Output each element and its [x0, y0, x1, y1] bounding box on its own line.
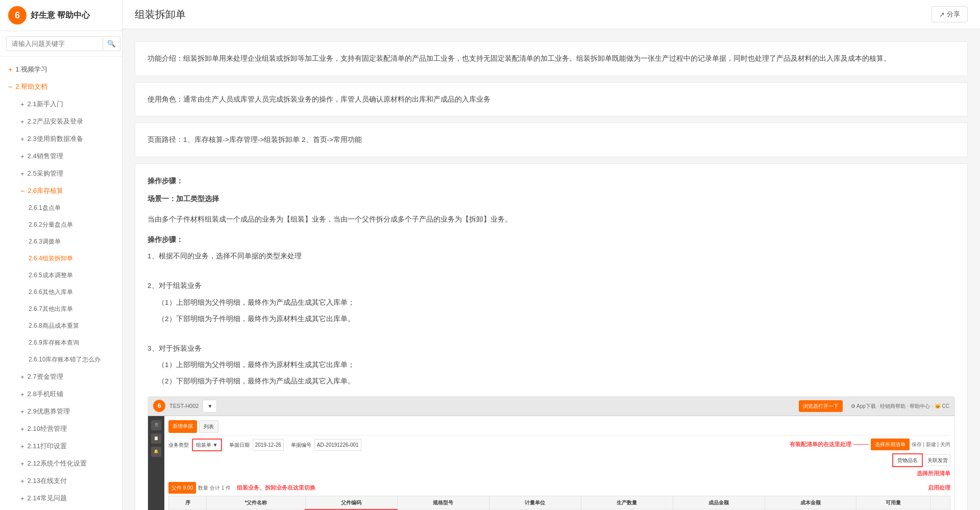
- topbar: 组装拆卸单 ↗ 分享: [122, 0, 980, 29]
- sidebar-item-inventory[interactable]: − 2.6库存核算: [0, 182, 122, 200]
- search-input[interactable]: [6, 36, 103, 51]
- mock-qty-labels: 数量 合计 1 件: [198, 483, 231, 493]
- mock-app-main: 新增单据 列表 业务类型 组装单 ▼ 单据日期 2019-12-26 单据编号: [164, 416, 954, 510]
- scene-desc-block: 当由多个子件材料组装成一个成品的业务为【组装】业务，当由一个父件拆分成多个子产品…: [148, 213, 955, 226]
- ops-heading: 操作步骤：: [148, 174, 955, 188]
- scene-desc: 当由多个子件材料组装成一个成品的业务为【组装】业务，当由一个父件拆分成多个子产品…: [148, 213, 955, 226]
- share-button[interactable]: ↗ 分享: [932, 6, 968, 22]
- mock-business-type-box: 组装单 ▼: [192, 439, 222, 451]
- scene-heading: 场景一：加工类型选择: [148, 193, 955, 205]
- sidebar-item-online-pay[interactable]: + 2.13在线支付: [0, 472, 122, 490]
- mock-parent-section: 父件 9.00: [168, 482, 196, 494]
- annotation-2: 选择所用清单: [917, 468, 950, 479]
- sidebar-item-assembly[interactable]: 2.6.4组装拆卸单: [0, 250, 122, 267]
- sidebar-item-mobile[interactable]: + 2.8手机旺铺: [0, 385, 122, 403]
- app-name: 好生意 帮助中心: [31, 10, 90, 21]
- operations-section: 操作步骤： 场景一：加工类型选择 当由多个子件材料组装成一个成品的业务为【组装】…: [135, 163, 968, 510]
- expand-icon-sm3: +: [20, 391, 24, 398]
- step2-1: （1）上部明细为父件明细，最终作为产成品生成其它入库单；: [148, 297, 955, 309]
- sidebar-item-cost-recalc[interactable]: 2.6.8商品成本重算: [0, 318, 122, 334]
- sidebar-item-purchase[interactable]: + 2.5采购管理: [0, 165, 122, 182]
- sidebar-item-cases[interactable]: + 2.15操作案例: [0, 507, 122, 510]
- mock-th-1: 序: [169, 496, 207, 509]
- expand-icon-sm5: +: [20, 425, 24, 433]
- collapse-icon-sm: −: [20, 187, 24, 195]
- mock-doc-no: AD-20191226-001: [314, 439, 361, 451]
- mock-date: 2019-12-26: [253, 439, 284, 451]
- annotation-1: 有装配清单的在这里处理: [790, 439, 851, 450]
- sidebar-item-personalize[interactable]: + 2.12系统个性化设置: [0, 455, 122, 472]
- main-content: 组装拆卸单 ↗ 分享 功能介绍：组装拆卸单用来处理企业组装或拆卸等加工业务，支持…: [122, 0, 980, 510]
- sidebar-item-other-in[interactable]: 2.6.6其他入库单: [0, 284, 122, 301]
- expand-icon-sm: +: [20, 118, 24, 126]
- scene-heading-block: 场景一：加工类型选择: [148, 193, 955, 205]
- sidebar-item-capital[interactable]: + 2.7资金管理: [0, 368, 122, 385]
- sidebar-item-install[interactable]: + 2.2产品安装及登录: [0, 113, 122, 130]
- expand-icon-sm7: +: [20, 460, 24, 468]
- mock-action-btns: 保存 | 新建 | 关闭: [912, 440, 950, 449]
- mock-form-label3: 单据编号: [291, 440, 311, 450]
- mock-th-7: 成品金额: [673, 496, 765, 509]
- sidebar-item-other-out[interactable]: 2.6.7其他出库单: [0, 301, 122, 318]
- collapse-icon: −: [8, 83, 12, 91]
- search-box: 🔍: [0, 31, 122, 57]
- expand-icon-sm9: +: [20, 495, 24, 502]
- nav-tree: + 1.视频学习 − 2.帮助文档 + 2.1新手入门 + 2.2产品安装及登录…: [0, 57, 122, 510]
- sidebar-header: 6 好生意 帮助中心: [0, 0, 122, 31]
- mock-icons: ⚙ App下载 · 经销商帮助 · 帮助中心 · 🐱 CC: [851, 401, 949, 411]
- sidebar-item-inventory-query[interactable]: 2.6.9库存账本查询: [0, 334, 122, 351]
- sidebar-item-transfer[interactable]: 2.6.3调拨单: [0, 233, 122, 250]
- mock-th-10: [930, 496, 950, 509]
- page-title: 组装拆卸单: [135, 8, 186, 21]
- mock-th-9: 可用量: [856, 496, 930, 509]
- sidebar-item-cost-adjust[interactable]: 2.6.5成本调整单: [0, 267, 122, 284]
- app-logo: 6: [8, 6, 27, 25]
- path-block: 页面路径：1、库存核算->库存管理->组装拆卸单 2、首页->常用功能: [135, 123, 968, 157]
- intro-block-2: 使用角色：通常由生产人员或库管人员完成拆装业务的操作，库管人员确认原材料的出库和…: [135, 82, 968, 117]
- sidebar-item-beginner[interactable]: + 2.1新手入门: [0, 95, 122, 113]
- screenshot-mockup: 6 TEST-H002 ▼ 浏览器打开一下 ⚙ App下载 · 经销商帮助 · …: [148, 396, 955, 510]
- mock-th-3: 父件编码: [305, 496, 397, 509]
- sidebar: 6 好生意 帮助中心 🔍 + 1.视频学习 − 2.帮助文档 + 2.1新手入门…: [0, 0, 122, 510]
- sidebar-item-faq[interactable]: + 2.14常见问题: [0, 490, 122, 507]
- expand-icon-sm: +: [20, 135, 24, 143]
- mock-th-2: *父件名称: [207, 496, 306, 509]
- mock-confirm-btn: 关联发货: [925, 454, 950, 466]
- sidebar-item-stocktake[interactable]: 2.6.1盘点单: [0, 200, 122, 216]
- content-area: 功能介绍：组装拆卸单用来处理企业组装或拆卸等加工业务，支持有固定装配清单的产品加…: [122, 29, 980, 510]
- expand-icon-sm6: +: [20, 443, 24, 450]
- annotation-3: 组装业务、拆卸业务在这里切换: [237, 482, 315, 493]
- sidebar-item-print[interactable]: + 2.11打印设置: [0, 438, 122, 455]
- step2-heading: 2、对于组装业务: [148, 280, 955, 292]
- sidebar-item-partial-stocktake[interactable]: 2.6.2分量盘点单: [0, 216, 122, 233]
- mock-th-6: 生产数量: [581, 496, 673, 509]
- step3-1: （1）上部明细为父件明细，最终作为原材料生成其它出库单；: [148, 359, 955, 371]
- sidebar-item-coupon[interactable]: + 2.9优惠券管理: [0, 403, 122, 420]
- intro-block-1: 功能介绍：组装拆卸单用来处理企业组装或拆卸等加工业务，支持有固定装配清单的产品加…: [135, 41, 968, 76]
- sidebar-item-sales[interactable]: + 2.4销售管理: [0, 148, 122, 165]
- sidebar-item-video-learning[interactable]: + 1.视频学习: [0, 61, 122, 78]
- sidebar-item-operations[interactable]: + 2.10经营管理: [0, 420, 122, 438]
- mock-tab-list: 列表: [199, 420, 218, 433]
- expand-icon-sm2: +: [20, 373, 24, 381]
- mock-th-5: 计量单位: [489, 496, 581, 509]
- sidebar-item-inventory-error[interactable]: 2.6.10库存账本错了怎么办: [0, 351, 122, 368]
- search-button[interactable]: 🔍: [103, 36, 120, 51]
- expand-icon-sm4: +: [20, 408, 24, 416]
- expand-icon-sm: +: [20, 153, 24, 160]
- mock-th-4: 规格型号: [397, 496, 489, 509]
- ops-steps-block: 操作步骤： 1、根据不同的业务，选择不同单据的类型来处理 2、对于组装业务 （1…: [148, 234, 955, 388]
- sidebar-item-data-prep[interactable]: + 2.3使用前数据准备: [0, 130, 122, 148]
- sidebar-item-help-docs[interactable]: − 2.帮助文档: [0, 78, 122, 95]
- mock-th-8: 成本金额: [765, 496, 856, 509]
- step1-text: 1、根据不同的业务，选择不同单据的类型来处理: [148, 250, 955, 262]
- expand-icon: +: [8, 65, 12, 74]
- annotation-4: 启用处理: [928, 482, 950, 493]
- step3-heading: 3、对于拆装业务: [148, 343, 955, 355]
- expand-icon-sm8: +: [20, 477, 24, 485]
- mock-logo: 6: [153, 400, 165, 412]
- expand-icon-sm: +: [20, 170, 24, 178]
- mock-tab-active: 新增单据: [168, 420, 197, 433]
- step2-2: （2）下部明细为子件明细，最终作为原材料生成其它出库单。: [148, 313, 955, 325]
- mock-nav-btn: 浏览器打开一下: [799, 400, 843, 412]
